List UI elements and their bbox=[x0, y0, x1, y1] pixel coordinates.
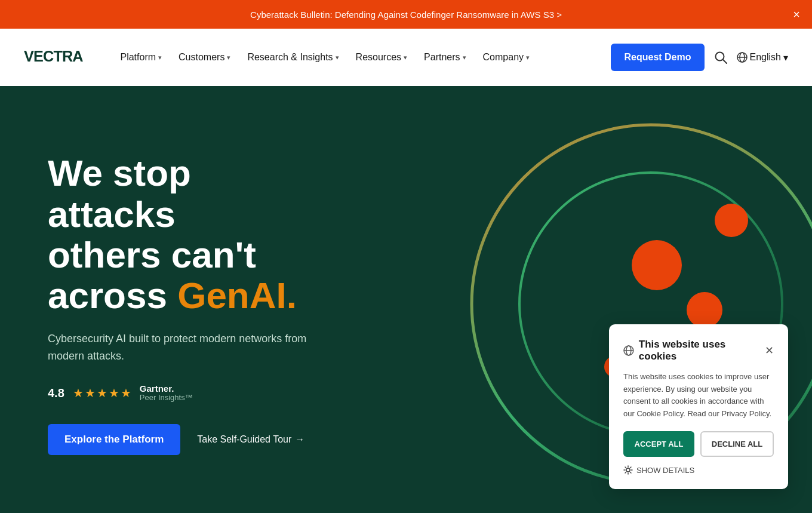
star-rating: ★ ★ ★ ★ ★ bbox=[73, 386, 131, 400]
explore-platform-button[interactable]: Explore the Platform bbox=[48, 424, 180, 455]
hero-headline: We stop attacks others can't across GenA… bbox=[48, 153, 310, 316]
chevron-down-icon: ▾ bbox=[783, 52, 788, 63]
navbar: VECTRA Platform ▾ Customers ▾ Research &… bbox=[0, 29, 812, 86]
gartner-logo: Gartner. Peer Insights™ bbox=[140, 384, 193, 403]
cookie-header: This website uses cookies ✕ bbox=[623, 339, 774, 363]
search-button[interactable] bbox=[714, 51, 727, 64]
star-4: ★ bbox=[109, 386, 119, 400]
nav-item-research[interactable]: Research & Insights ▾ bbox=[240, 47, 346, 67]
request-demo-button[interactable]: Request Demo bbox=[611, 44, 704, 71]
svg-point-8 bbox=[715, 204, 748, 237]
svg-line-2 bbox=[723, 60, 727, 63]
star-5: ★ bbox=[121, 386, 131, 400]
chevron-down-icon: ▾ bbox=[158, 54, 162, 62]
nav-right: Request Demo English ▾ bbox=[611, 44, 788, 71]
arrow-right-icon: → bbox=[295, 434, 304, 445]
rating-row: 4.8 ★ ★ ★ ★ ★ Gartner. Peer Insights™ bbox=[48, 384, 310, 403]
cookie-title: This website uses cookies bbox=[639, 339, 765, 363]
show-details-button[interactable]: SHOW DETAILS bbox=[623, 465, 694, 475]
guided-tour-link[interactable]: Take Self-Guided Tour → bbox=[197, 434, 304, 445]
nav-item-company[interactable]: Company ▾ bbox=[476, 47, 537, 67]
cookie-body-text: This website uses cookies to improve use… bbox=[623, 371, 774, 420]
rating-score: 4.8 bbox=[48, 386, 64, 400]
globe-icon bbox=[623, 345, 634, 356]
nav-item-platform[interactable]: Platform ▾ bbox=[113, 47, 169, 67]
banner-text[interactable]: Cyberattack Bulletin: Defending Against … bbox=[12, 10, 800, 20]
cookie-buttons: ACCEPT ALL DECLINE ALL bbox=[623, 431, 774, 457]
cta-row: Explore the Platform Take Self-Guided To… bbox=[48, 424, 310, 455]
svg-point-10 bbox=[687, 292, 722, 328]
star-2: ★ bbox=[85, 386, 96, 400]
language-selector[interactable]: English ▾ bbox=[737, 52, 788, 63]
star-3: ★ bbox=[97, 386, 107, 400]
announcement-banner: Cyberattack Bulletin: Defending Against … bbox=[0, 0, 812, 29]
cookie-title-row: This website uses cookies bbox=[623, 339, 765, 363]
chevron-down-icon: ▾ bbox=[526, 54, 530, 62]
globe-icon bbox=[737, 52, 748, 63]
chevron-down-icon: ▾ bbox=[336, 54, 339, 62]
nav-links: Platform ▾ Customers ▾ Research & Insigh… bbox=[113, 47, 611, 67]
decline-all-button[interactable]: DECLINE ALL bbox=[700, 431, 774, 457]
banner-close-button[interactable]: × bbox=[793, 8, 800, 20]
nav-item-partners[interactable]: Partners ▾ bbox=[417, 47, 473, 67]
cookie-close-button[interactable]: ✕ bbox=[765, 344, 774, 357]
gear-icon bbox=[623, 465, 633, 475]
svg-point-9 bbox=[632, 240, 682, 290]
nav-item-resources[interactable]: Resources ▾ bbox=[349, 47, 414, 67]
chevron-down-icon: ▾ bbox=[227, 54, 230, 62]
cookie-banner: This website uses cookies ✕ This website… bbox=[609, 324, 788, 489]
hero-content: We stop attacks others can't across GenA… bbox=[0, 105, 358, 502]
logo[interactable]: VECTRA bbox=[24, 47, 89, 68]
chevron-down-icon: ▾ bbox=[463, 54, 466, 62]
star-1: ★ bbox=[73, 386, 84, 400]
hero-subtext: Cybersecurity AI built to protect modern… bbox=[48, 330, 310, 365]
chevron-down-icon: ▾ bbox=[404, 54, 407, 62]
search-icon bbox=[714, 51, 727, 64]
svg-text:VECTRA: VECTRA bbox=[24, 48, 83, 64]
accept-all-button[interactable]: ACCEPT ALL bbox=[623, 431, 694, 457]
nav-item-customers[interactable]: Customers ▾ bbox=[171, 47, 238, 67]
svg-point-15 bbox=[626, 468, 630, 472]
